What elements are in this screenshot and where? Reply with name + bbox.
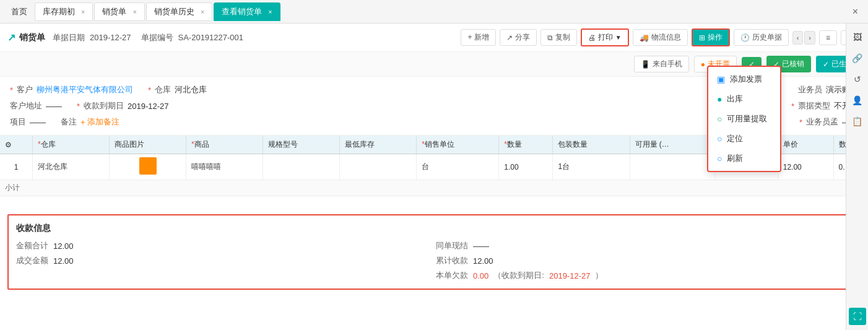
add-invoice-icon: ▣ <box>717 74 725 84</box>
nav-arrows: ‹ › <box>792 31 815 45</box>
sidebar-note-icon[interactable]: 📋 <box>849 113 866 130</box>
available-qty-icon: ○ <box>717 114 722 124</box>
doc-number-label: 单据编号 SA-20191227-001 <box>141 32 244 43</box>
customer-addr-label: 客户地址 <box>10 100 42 111</box>
warehouse-field: * 仓库 河北仓库 <box>148 84 207 95</box>
col-available: 可用量 (… <box>630 136 715 154</box>
product-image <box>139 157 157 175</box>
tab-home[interactable]: 首页 <box>5 6 33 17</box>
document-meta: 单据日期 2019-12-27 单据编号 SA-20191227-001 <box>53 32 243 43</box>
refresh-item[interactable]: ○ 刷新 <box>708 149 780 168</box>
warehouse-value: 河北仓库 <box>175 84 207 95</box>
tab-inventory-close[interactable]: × <box>81 8 85 15</box>
warehouse-label: 仓库 <box>155 84 171 95</box>
add-note-button[interactable]: + 添加备注 <box>80 116 119 128</box>
outbound-icon: ● <box>717 94 722 104</box>
sidebar-image-icon[interactable]: 🖼 <box>849 28 866 46</box>
print-dropdown-arrow: ▼ <box>615 34 622 41</box>
payment-info-title: 收款信息 <box>16 223 852 234</box>
add-invoice-item[interactable]: ▣ 添加发票 <box>708 69 780 89</box>
cumulative-receipt-row: 累计收款 12.00 <box>436 255 852 266</box>
tab-inventory[interactable]: 库存期初 × <box>35 2 93 21</box>
row-sales-unit: 台 <box>417 154 499 180</box>
note-label: 备注 <box>61 116 77 128</box>
project-value: —— <box>30 118 46 127</box>
col-spec: 规格型号 <box>263 136 340 154</box>
tab-view-sales[interactable]: 查看销货单 × <box>214 2 280 21</box>
circle-icon: ● <box>701 60 705 69</box>
row-warehouse: 河北仓库 <box>32 154 109 180</box>
payment-date-value: 2019-12-27 <box>128 102 169 111</box>
copy-button[interactable]: ⧉ 复制 <box>540 29 577 46</box>
salesperson-label: 业务员 <box>798 84 822 95</box>
main-close-button[interactable]: × <box>848 6 863 17</box>
row-pack-qty: 1台 <box>553 154 630 180</box>
print-button[interactable]: 🖨 打印 ▼ <box>581 28 629 46</box>
logistics-icon: 🚚 <box>640 33 649 42</box>
tab-sales[interactable]: 销货单 × <box>94 2 144 21</box>
payment-left-col: 金额合计 12.00 成交金额 12.00 <box>16 240 432 281</box>
nav-next-button[interactable]: › <box>804 31 815 45</box>
warehouse-required-mark: * <box>148 85 151 95</box>
locate-item[interactable]: ○ 定位 <box>708 129 780 149</box>
document-title: ↗ 销货单 <box>7 32 45 43</box>
salesperson2-required-mark: * <box>799 118 802 127</box>
view-list-button[interactable]: ≡ <box>819 30 837 45</box>
sidebar-expand-icon[interactable]: ⛶ <box>849 308 866 325</box>
total-amount-row: 金额合计 12.00 <box>16 240 432 251</box>
customer-field: * 客户 柳州粤港平安气体有限公司 <box>10 84 133 95</box>
col-product-img: 商品图片 <box>110 136 186 154</box>
sales-order-icon: ↗ <box>7 32 15 43</box>
customer-addr-value: —— <box>46 102 62 111</box>
operations-button[interactable]: ⊞ 操作 <box>692 28 730 46</box>
list-view-icon: ≡ <box>826 33 830 42</box>
same-order-cash-row: 同单现结 —— <box>436 240 852 251</box>
project-field: 项目 —— <box>10 116 46 128</box>
salesperson2-label: 业务员孟 <box>806 116 838 128</box>
row-no: 1 <box>0 154 32 180</box>
payment-right-col: 同单现结 —— 累计收款 12.00 本单欠款 0.00 （收款到期日: 201… <box>436 240 852 281</box>
ticket-type-required-mark: * <box>791 102 794 111</box>
project-label: 项目 <box>10 116 26 128</box>
refresh-icon: ○ <box>717 154 722 163</box>
deal-amount-row: 成交金额 12.00 <box>16 255 432 266</box>
print-icon: 🖨 <box>588 33 596 42</box>
tab-sales-history[interactable]: 销货单历史 × <box>146 2 212 21</box>
row-product-img <box>110 154 186 180</box>
row-min-stock <box>340 154 417 180</box>
effective-check-icon: ✓ <box>823 60 829 69</box>
sidebar-user-icon[interactable]: 👤 <box>849 92 866 109</box>
col-quantity: *数量 <box>499 136 553 154</box>
gear-icon: ⚙ <box>5 141 12 149</box>
share-button[interactable]: ↗ 分享 <box>500 29 537 46</box>
logistics-button[interactable]: 🚚 物流信息 <box>633 29 688 46</box>
available-qty-item[interactable]: ○ 可用量提取 <box>708 109 780 129</box>
copy-icon: ⧉ <box>547 33 553 42</box>
phone-icon: 📱 <box>641 60 650 69</box>
document-header: ↗ 销货单 单据日期 2019-12-27 单据编号 SA-20191227-0… <box>0 24 868 52</box>
col-product: *商品 <box>186 136 263 154</box>
row-unit-price: 12.00 <box>778 154 833 180</box>
current-debt-row: 本单欠款 0.00 （收款到期日: 2019-12-27 ） <box>436 270 852 281</box>
outbound-item[interactable]: ● 出库 <box>708 89 780 109</box>
right-sidebar: 🖼 🔗 ↺ 👤 📋 ⛶ <box>846 24 868 330</box>
locate-icon: ○ <box>717 134 722 144</box>
note-field: 备注 + 添加备注 <box>61 116 119 128</box>
from-phone-button[interactable]: 📱 来自手机 <box>634 56 689 72</box>
sidebar-link-icon[interactable]: 🔗 <box>849 50 866 67</box>
subtotal-label: 小计 <box>0 180 868 196</box>
row-product: 嘻嘻嘻嘻 <box>186 154 263 180</box>
tab-sales-history-close[interactable]: × <box>201 8 204 15</box>
tab-sales-close[interactable]: × <box>132 8 136 15</box>
doc-date-label: 单据日期 2019-12-27 <box>53 32 131 43</box>
customer-value[interactable]: 柳州粤港平安气体有限公司 <box>37 84 133 95</box>
payment-date-field: * 收款到期日 2019-12-27 <box>77 100 169 111</box>
new-button[interactable]: + 新增 <box>461 29 495 46</box>
sidebar-refresh-icon[interactable]: ↺ <box>849 71 866 88</box>
payment-info-panel: 收款信息 金额合计 12.00 成交金额 12.00 同单现结 —— <box>7 214 861 290</box>
col-pack-qty: 包装数量 <box>553 136 630 154</box>
history-button[interactable]: 🕐 历史单据 <box>734 29 789 46</box>
customer-addr-field: 客户地址 —— <box>10 100 62 111</box>
nav-prev-button[interactable]: ‹ <box>792 31 804 45</box>
tab-view-sales-close[interactable]: × <box>268 8 272 15</box>
